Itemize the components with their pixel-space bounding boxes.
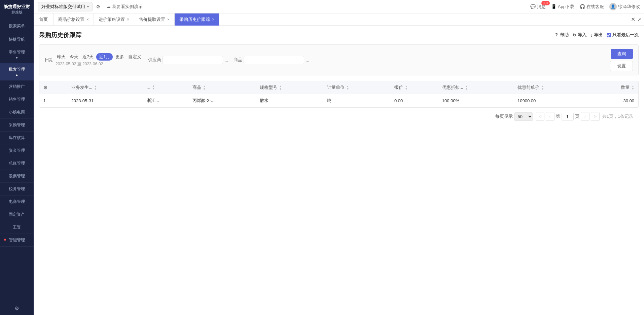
date-opt-last7[interactable]: 近7天 — [81, 53, 95, 61]
support-label: 在线客服 — [586, 4, 604, 10]
sidebar-item-purchase[interactable]: 采购管理 — [0, 119, 34, 132]
tab-purchase-history-close[interactable]: × — [212, 17, 214, 22]
only-last-checkbox-item[interactable]: 只看最后一次 — [607, 32, 639, 38]
only-last-checkbox[interactable] — [607, 33, 611, 37]
sidebar-bottom: ⚙ — [0, 302, 34, 315]
th-ellipsis[interactable]: ... ▲▼ — [143, 81, 188, 94]
table-row: 1 2023-05-31 浙江... 丙烯酸-2-... 散水 吨 0.00 1… — [39, 94, 638, 107]
next-page-button[interactable]: › — [581, 112, 589, 121]
th-quoted-price[interactable]: 报价 ▲▼ — [390, 81, 438, 94]
goods-filter-label: 商品 — [234, 57, 242, 63]
cloud-icon: ☁ — [106, 4, 111, 9]
tab-purchase-history[interactable]: 采购历史价跟踪 × — [175, 13, 219, 26]
query-button[interactable]: 查询 — [611, 49, 633, 59]
messages-badge: 99+ — [541, 1, 550, 5]
inventory-label: 库存核算 — [9, 135, 25, 141]
th-discount[interactable]: 优惠折扣... ▲▼ — [438, 81, 513, 94]
sidebar-item-invoice[interactable]: 发票管理 — [0, 170, 34, 183]
import-action[interactable]: ↻ 导入 — [573, 32, 586, 38]
fixed-assets-label: 固定资产 — [9, 212, 25, 217]
topbar: 好业财标准版交付试用 ▾ ⚙ ☁ 我要看实例演示 💬 消息 99+ 📱 App下… — [34, 0, 644, 13]
supplier-input[interactable] — [163, 56, 223, 64]
tab-sell-price-close[interactable]: × — [167, 17, 170, 22]
sidebar-item-ecommerce-small[interactable]: 小畅电商 — [0, 106, 34, 119]
invoice-label: 发票管理 — [9, 173, 25, 179]
date-opt-custom[interactable]: 自定义 — [127, 53, 143, 61]
tab-price-settings-close[interactable]: × — [86, 17, 89, 22]
messages-button[interactable]: 💬 消息 99+ — [530, 4, 546, 10]
export-action[interactable]: ↓ 导出 — [591, 32, 603, 38]
support-button[interactable]: 🎧 在线客服 — [580, 4, 604, 10]
th-spec[interactable]: 规格型号 ▲▼ — [256, 81, 323, 94]
help-action[interactable]: ？ 帮助 — [554, 32, 569, 38]
settings-button[interactable]: 设置 — [610, 61, 633, 71]
headphone-icon: 🎧 — [580, 4, 585, 9]
supplier-more[interactable]: ... — [224, 58, 228, 63]
sidebar-item-sales[interactable]: 销售管理 — [0, 93, 34, 106]
column-gear-icon[interactable]: ⚙ — [43, 85, 48, 90]
import-label: 导入 — [578, 32, 586, 38]
page-input[interactable] — [562, 113, 574, 120]
page-label: 第 — [556, 113, 560, 119]
sidebar-item-smart[interactable]: 智能管理 — [0, 234, 34, 247]
first-page-button[interactable]: ⊲ — [536, 112, 544, 121]
retail-label: 零售管理 — [9, 49, 25, 55]
supplier-filter: 供应商 ... — [148, 56, 228, 64]
tabbar-close-icon[interactable]: ✕ — [631, 16, 635, 23]
sidebar-item-retail[interactable]: 零售管理 ▼ — [0, 46, 34, 63]
sidebar-item-general-ledger[interactable]: 总账管理 — [0, 157, 34, 170]
date-filter: 日期 昨天 今天 近7天 近1月 更多 自定义 2023-05-02 至 202… — [45, 53, 143, 67]
tabbar-actions: ✕ ⤢ — [628, 16, 644, 23]
page-header: 采购历史价跟踪 ？ 帮助 ↻ 导入 ↓ 导出 — [39, 31, 639, 39]
tab-price-settings[interactable]: 商品价格设置 × — [53, 13, 94, 26]
prev-page-button[interactable]: ‹ — [546, 112, 554, 121]
th-biz-date[interactable]: 业务发生... ▲▼ — [67, 81, 143, 94]
ecommerce-small-label: 小畅电商 — [9, 109, 25, 115]
search-menu-label[interactable]: 搜索菜单 — [3, 22, 30, 30]
sidebar-item-payroll[interactable]: 工资 — [0, 221, 34, 234]
date-opt-more[interactable]: 更多 — [114, 53, 126, 61]
tab-advance-strategy[interactable]: 进价策略设置 × — [94, 13, 134, 26]
date-opt-today[interactable]: 今天 — [68, 53, 80, 61]
sidebar-item-fixed-assets[interactable]: 固定资产 — [0, 208, 34, 221]
goods-input[interactable] — [244, 56, 304, 64]
date-range-display: 2023-05-02 至 2023-06-02 — [56, 61, 143, 67]
app-download-button[interactable]: 📱 App下载 — [551, 4, 574, 10]
goods-filter: 商品 ... — [234, 56, 309, 64]
per-page-select[interactable]: 50 20 100 200 — [514, 112, 533, 121]
sidebar-item-finance[interactable]: 资金管理 — [0, 144, 34, 157]
th-pre-discount-price[interactable]: 优惠前单价 ▲▼ — [513, 81, 591, 94]
th-gear[interactable]: ⚙ — [39, 81, 67, 94]
edition-selector[interactable]: 好业财标准版交付试用 ▾ — [38, 2, 93, 11]
tab-advance-strategy-close[interactable]: × — [127, 17, 129, 22]
sidebar: 畅捷通好业财 标准版 搜索菜单 快捷导航 零售管理 ▼ 批发管理 ▲ 营销推广 … — [0, 0, 34, 315]
sidebar-search-area[interactable]: 搜索菜单 — [0, 19, 34, 33]
tab-sell-price[interactable]: 售价提取设置 × — [134, 13, 175, 26]
th-unit[interactable]: 计量单位 ▲▼ — [323, 81, 390, 94]
tab-home-label: 首页 — [39, 16, 48, 23]
page: 采购历史价跟踪 ？ 帮助 ↻ 导入 ↓ 导出 — [34, 26, 644, 130]
sidebar-gear-icon[interactable]: ⚙ — [14, 306, 19, 311]
goods-more[interactable]: ... — [306, 58, 309, 63]
date-opt-last1month[interactable]: 近1月 — [96, 53, 113, 61]
th-quantity[interactable]: 数量 ▲▼ — [591, 81, 638, 94]
user-button[interactable]: 👤 徐泽华修改 — [609, 3, 640, 10]
cell-pre-discount-price: 10900.00 — [513, 94, 591, 107]
sidebar-item-quick-nav[interactable]: 快捷导航 — [0, 33, 34, 46]
sort-icon-pre-discount: ▲▼ — [541, 85, 544, 91]
topbar-settings-icon[interactable]: ⚙ — [96, 4, 100, 10]
smart-indicator — [4, 239, 6, 241]
sort-icon-biz-date: ▲▼ — [94, 85, 97, 91]
date-opt-yesterday[interactable]: 昨天 — [56, 53, 67, 61]
th-goods[interactable]: 商品 ▲▼ — [188, 81, 256, 94]
sidebar-item-ecommerce[interactable]: 电商管理 — [0, 196, 34, 208]
sidebar-item-marketing[interactable]: 营销推广 — [0, 80, 34, 93]
tabbar-expand-icon[interactable]: ⤢ — [637, 17, 641, 22]
sidebar-item-inventory[interactable]: 库存核算 — [0, 132, 34, 144]
tab-home[interactable]: 首页 — [34, 13, 53, 26]
demo-button[interactable]: ☁ 我要看实例演示 — [106, 4, 143, 10]
sidebar-item-tax[interactable]: 税务管理 — [0, 183, 34, 196]
sort-icon-discount: ▲▼ — [465, 85, 468, 91]
sidebar-item-wholesale[interactable]: 批发管理 ▲ — [0, 63, 34, 80]
last-page-button[interactable]: ⊳ — [591, 112, 600, 121]
